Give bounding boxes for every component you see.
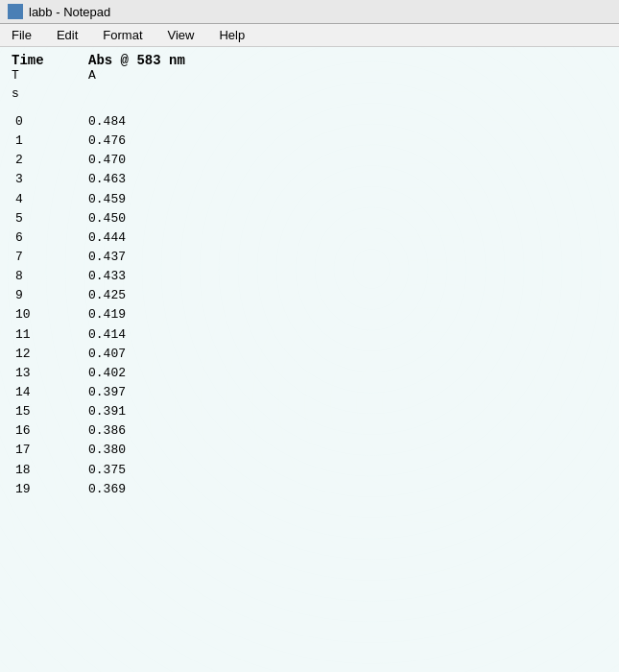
- abs-value: 0.425: [88, 286, 126, 305]
- table-row: 50.450: [12, 209, 607, 228]
- time-value: 11: [12, 325, 88, 345]
- time-value: 10: [12, 305, 88, 324]
- abs-value: 0.407: [88, 345, 126, 364]
- table-row: 180.375: [12, 461, 607, 480]
- time-value: 8: [12, 267, 88, 286]
- table-row: 110.414: [12, 325, 607, 345]
- table-row: 10.476: [12, 132, 607, 151]
- unit-row: s: [12, 86, 607, 101]
- table-row: 140.397: [12, 383, 607, 402]
- time-value: 18: [12, 461, 88, 480]
- data-table: 00.48410.47620.47030.46340.45950.45060.4…: [12, 112, 607, 499]
- menu-bar: File Edit Format View Help: [0, 24, 619, 47]
- table-row: 60.444: [12, 228, 607, 248]
- time-value: 9: [12, 286, 88, 305]
- table-row: 120.407: [12, 345, 607, 364]
- abs-value: 0.476: [88, 132, 126, 151]
- sub-header-row: T A: [12, 68, 607, 83]
- time-value: 5: [12, 209, 88, 228]
- table-row: 130.402: [12, 364, 607, 383]
- time-value: 0: [12, 112, 88, 132]
- abs-value: 0.437: [88, 248, 126, 267]
- table-row: 150.391: [12, 402, 607, 421]
- time-unit: s: [12, 86, 88, 101]
- table-row: 80.433: [12, 267, 607, 286]
- table-row: 170.380: [12, 441, 607, 460]
- menu-file[interactable]: File: [8, 27, 36, 43]
- abs-value: 0.386: [88, 421, 126, 441]
- window-title: labb - Notepad: [29, 5, 110, 19]
- time-value: 7: [12, 248, 88, 267]
- text-content[interactable]: Time Abs @ 583 nm T A s 00.48410.47620.4…: [0, 47, 619, 672]
- time-column-header: Time: [12, 53, 88, 68]
- time-value: 6: [12, 228, 88, 248]
- time-value: 15: [12, 402, 88, 421]
- menu-help[interactable]: Help: [215, 27, 249, 43]
- table-row: 30.463: [12, 170, 607, 189]
- abs-value: 0.397: [88, 383, 126, 402]
- abs-value: 0.391: [88, 402, 126, 421]
- time-value: 12: [12, 345, 88, 364]
- table-row: 160.386: [12, 421, 607, 441]
- menu-view[interactable]: View: [164, 27, 199, 43]
- abs-value: 0.380: [88, 441, 126, 460]
- notepad-icon: [8, 4, 23, 19]
- abs-value: 0.414: [88, 325, 126, 345]
- menu-edit[interactable]: Edit: [53, 27, 82, 43]
- notepad-window: labb - Notepad File Edit Format View Hel…: [0, 0, 619, 672]
- time-value: 17: [12, 441, 88, 460]
- time-unit-label: T: [12, 68, 88, 83]
- time-value: 13: [12, 364, 88, 383]
- abs-value: 0.444: [88, 228, 126, 248]
- abs-value: 0.450: [88, 209, 126, 228]
- table-row: 20.470: [12, 151, 607, 170]
- table-row: 90.425: [12, 286, 607, 305]
- title-bar: labb - Notepad: [0, 0, 619, 24]
- time-value: 16: [12, 421, 88, 441]
- table-row: 00.484: [12, 112, 607, 132]
- table-row: 100.419: [12, 305, 607, 324]
- abs-value: 0.463: [88, 170, 126, 189]
- abs-value: 0.375: [88, 461, 126, 480]
- abs-value: 0.369: [88, 480, 126, 499]
- abs-column-header: Abs @ 583 nm: [88, 53, 185, 68]
- abs-value: 0.402: [88, 364, 126, 383]
- table-row: 70.437: [12, 248, 607, 267]
- abs-value: 0.459: [88, 190, 126, 209]
- time-value: 3: [12, 170, 88, 189]
- time-value: 19: [12, 480, 88, 499]
- abs-unit-label: A: [88, 68, 96, 83]
- abs-value: 0.470: [88, 151, 126, 170]
- table-row: 190.369: [12, 480, 607, 499]
- abs-value: 0.484: [88, 112, 126, 132]
- time-value: 1: [12, 132, 88, 151]
- menu-format[interactable]: Format: [99, 27, 146, 43]
- time-value: 2: [12, 151, 88, 170]
- spacer: [12, 105, 607, 112]
- abs-value: 0.419: [88, 305, 126, 324]
- table-row: 40.459: [12, 190, 607, 209]
- time-value: 4: [12, 190, 88, 209]
- column-headers: Time Abs @ 583 nm: [12, 53, 607, 68]
- abs-value: 0.433: [88, 267, 126, 286]
- time-value: 14: [12, 383, 88, 402]
